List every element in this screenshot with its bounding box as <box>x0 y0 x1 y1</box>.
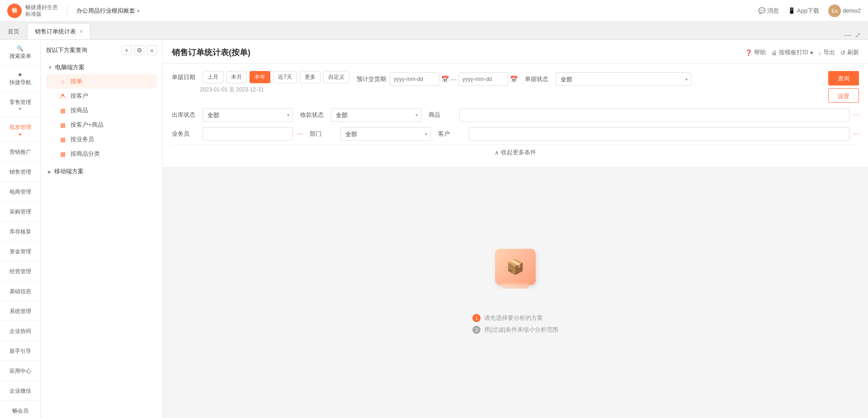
sidebar-item-operations[interactable]: 经营管理 <box>0 261 40 281</box>
page-header: 销售订单统计表(按单) ❓ 帮助 🖨 按模板打印 ▾ ↓ 导出 <box>163 40 868 64</box>
tree-child-label: 按商品分类 <box>71 150 100 158</box>
tree-child-by-customer[interactable]: 按客户 <box>46 89 157 103</box>
sidebar-item-basic[interactable]: 基础信息 <box>0 281 40 301</box>
expected-date-start-input[interactable] <box>390 72 439 86</box>
collapse-panel-button[interactable]: « <box>147 45 157 55</box>
sidebar-item-member[interactable]: 畅会员 <box>0 401 40 418</box>
message-button[interactable]: 💬 消息 <box>758 7 779 15</box>
tree-parent-mobile[interactable]: ▶ 移动端方案 <box>46 165 157 178</box>
sidebar-item-finance[interactable]: 资金管理 <box>0 242 40 261</box>
tree-child-label: 按客户+商品 <box>71 121 104 129</box>
settings-button[interactable]: 设置 <box>828 88 859 103</box>
tab-close-icon[interactable]: × <box>80 28 83 35</box>
sidebar-item-search-menu[interactable]: 🔍 搜索菜单 <box>0 40 40 66</box>
empty-state: 📦 1 请先选择要分析的方案 2 用[过滤]条件来缩小分析范围 <box>472 249 558 337</box>
tree-child-by-product[interactable]: ▦ 按商品 <box>46 103 157 118</box>
tree-child-label: 按业务员 <box>71 135 94 143</box>
content-area: 按以下方案查询 + ⚙ « ▼ 电脑端方案 ○ 按单 <box>41 40 868 418</box>
logo-symbol: 畅 <box>12 7 17 14</box>
right-content: 销售订单统计表(按单) ❓ 帮助 🖨 按模板打印 ▾ ↓ 导出 <box>163 40 868 418</box>
tree-child-by-customer-product[interactable]: ▦ 按客户+商品 <box>46 118 157 132</box>
tree-parent-pc[interactable]: ▼ 电脑端方案 <box>46 61 157 74</box>
date-btn-custom[interactable]: 自定义 <box>323 71 349 83</box>
top-bar-right: 💬 消息 📱 App下载 Ea demo2 <box>758 5 861 17</box>
date-start-calendar-icon[interactable]: 📅 <box>441 76 449 83</box>
user-profile[interactable]: Ea demo2 <box>828 5 861 17</box>
sidebar-item-app-center[interactable]: 应用中心 <box>0 361 40 381</box>
product-more-dots[interactable]: ··· <box>853 111 859 119</box>
help-button[interactable]: ❓ 帮助 <box>745 48 766 57</box>
sidebar-item-enterprise-wechat[interactable]: 企业微信 <box>0 381 40 401</box>
date-btn-this-month[interactable]: 本月 <box>226 71 247 83</box>
tree-expand-arrow-icon: ▼ <box>48 65 52 70</box>
salesperson-more-dots[interactable]: ··· <box>297 130 302 138</box>
query-button[interactable]: 查询 <box>828 71 859 86</box>
tab-maximize-icon[interactable]: ⤢ <box>855 31 861 39</box>
sidebar-item-ecommerce[interactable]: 电商管理 <box>0 182 40 202</box>
help-icon: ❓ <box>745 49 752 56</box>
expected-date-range: 📅 — 📅 <box>390 72 518 86</box>
add-scheme-button[interactable]: + <box>122 45 132 55</box>
download-icon: 📱 <box>788 7 795 14</box>
tree-section-pc: ▼ 电脑端方案 ○ 按单 按客户 <box>46 61 157 161</box>
expected-date-end-input[interactable] <box>458 72 508 86</box>
sidebar-item-enterprise[interactable]: 企业协同 <box>0 321 40 341</box>
by-salesperson-icon: ▦ <box>59 135 67 143</box>
tree-child-by-salesperson[interactable]: ▦ 按业务员 <box>46 132 157 147</box>
payment-status-select[interactable]: 全部 未收款 部分收款 已收款 <box>331 108 421 122</box>
date-end-calendar-icon[interactable]: 📅 <box>510 76 518 83</box>
empty-hint-1: 1 请先选择要分析的方案 <box>472 314 558 322</box>
date-btn-this-year[interactable]: 本年 <box>250 71 270 83</box>
left-panel-title: 按以下方案查询 <box>46 46 87 54</box>
status-select[interactable]: 全部 待审核 已审核 已完成 <box>556 72 691 86</box>
out-status-select[interactable]: 全部 未出库 部分出库 已出库 <box>203 108 293 122</box>
empty-hints: 1 请先选择要分析的方案 2 用[过滤]条件来缩小分析范围 <box>472 314 558 334</box>
sidebar-item-sales[interactable]: 销售管理 <box>0 162 40 182</box>
tree-collapse-arrow-icon: ▶ <box>48 169 52 174</box>
sidebar-item-quick-nav[interactable]: ★ 快捷导航 <box>0 66 40 92</box>
collapse-icon: ∧ <box>495 149 499 156</box>
sidebar-item-system[interactable]: 系统管理 <box>0 301 40 321</box>
print-button[interactable]: 🖨 按模板打印 ▾ <box>771 48 813 57</box>
app-download-button[interactable]: 📱 App下载 <box>788 7 819 15</box>
sidebar-item-marketing[interactable]: 营销推广 <box>0 142 40 162</box>
tree-child-by-category[interactable]: ▦ 按商品分类 <box>46 147 157 161</box>
out-status-label: 出库状态 <box>172 111 199 119</box>
date-btn-last-month[interactable]: 上月 <box>203 71 223 83</box>
salesperson-input[interactable] <box>203 127 293 141</box>
customer-more-dots[interactable]: ··· <box>853 130 859 138</box>
sidebar-item-retail[interactable]: 零售管理 ▼ <box>0 92 40 117</box>
search-icon: 🔍 <box>4 45 37 52</box>
date-btn-last-7-days[interactable]: 近7天 <box>273 71 297 83</box>
empty-hint-2: 2 用[过滤]条件来缩小分析范围 <box>472 326 558 334</box>
sidebar-item-wholesale[interactable]: 批发管理 ▲ <box>0 117 40 142</box>
date-btn-more[interactable]: 更多 <box>300 71 321 83</box>
sidebar-item-purchase[interactable]: 采购管理 <box>0 202 40 222</box>
by-order-icon: ○ <box>59 77 67 86</box>
sidebar-item-newbie[interactable]: 新手引导 <box>0 341 40 361</box>
sidebar-item-inventory[interactable]: 库存核算 <box>0 222 40 242</box>
left-panel-header: 按以下方案查询 + ⚙ « <box>46 45 157 55</box>
content-body: 📦 1 请先选择要分析的方案 2 用[过滤]条件来缩小分析范围 <box>163 168 868 418</box>
refresh-button[interactable]: ↺ 刷新 <box>840 48 859 57</box>
product-input[interactable] <box>459 108 849 122</box>
tab-sales-order-stats[interactable]: 销售订单统计表 × <box>27 23 90 39</box>
dept-select[interactable]: 全部 <box>340 127 431 141</box>
star-icon: ★ <box>4 71 37 78</box>
collapse-conditions-button[interactable]: ∧ 收起更多条件 <box>172 144 859 160</box>
settings-scheme-button[interactable]: ⚙ <box>134 45 144 55</box>
tab-minimize-icon[interactable]: — <box>844 31 851 39</box>
payment-status-select-wrapper: 全部 未收款 部分收款 已收款 ▾ <box>331 108 421 122</box>
tab-home[interactable]: 首页 <box>0 23 27 39</box>
top-bar: 畅 畅捷通好生意 标准版 办公用品行业模拟账套 ▾ 💬 消息 📱 App下载 E… <box>0 0 868 22</box>
logo-icon: 畅 <box>7 4 22 18</box>
date-range-display: 2023-01-01 至 2023-12-31 <box>200 86 264 93</box>
by-customer-icon <box>59 92 67 100</box>
hint-number-1: 1 <box>472 314 481 322</box>
retail-arrow-icon: ▼ <box>4 106 37 111</box>
customer-label: 客户 <box>438 130 465 138</box>
tree-child-by-order[interactable]: ○ 按单 <box>46 74 157 89</box>
customer-input[interactable] <box>469 127 849 141</box>
export-button[interactable]: ↓ 导出 <box>819 48 835 57</box>
app-title[interactable]: 办公用品行业模拟账套 ▾ <box>76 7 140 15</box>
